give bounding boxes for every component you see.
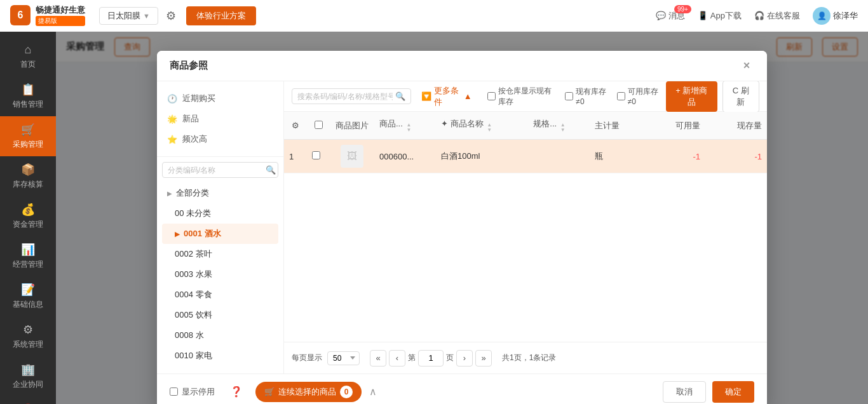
sidebar-item-system[interactable]: ⚙ 系统管理 xyxy=(0,316,56,356)
sidebar-item-operation[interactable]: 📊 经营管理 xyxy=(0,236,56,276)
message-count: 99+ xyxy=(674,5,691,13)
sidebar-item-inventory[interactable]: 📦 库存核算 xyxy=(0,156,56,196)
cat-0001[interactable]: ▶ 0001 酒水 xyxy=(162,224,278,244)
user-avatar: 👤 xyxy=(813,7,831,25)
cat-all-label: 全部分类 xyxy=(176,187,209,199)
category-search-icon[interactable]: 🔍 xyxy=(266,165,276,175)
row-spec xyxy=(528,140,590,173)
cancel-btn[interactable]: 取消 xyxy=(663,381,706,403)
continuous-select-btn[interactable]: 🛒 连续选择的商品 0 xyxy=(255,382,362,402)
cat-00[interactable]: 00 未分类 xyxy=(162,203,278,224)
next-page-btn[interactable]: › xyxy=(456,350,473,367)
page-label: 页 xyxy=(446,353,454,363)
select-all-checkbox[interactable] xyxy=(315,121,323,129)
product-search-icon[interactable]: 🔍 xyxy=(395,91,405,101)
stock-ne-label: 现有库存≠0 xyxy=(576,86,609,106)
pagination: 每页显示 50 10 20 100 « ‹ 第 xyxy=(284,342,767,374)
page-input[interactable] xyxy=(418,350,444,367)
cat-0008[interactable]: 0008 水 xyxy=(162,325,278,346)
th-avail[interactable]: 可用量 xyxy=(644,112,705,140)
footer-expand-icon[interactable]: ∧ xyxy=(369,386,377,398)
row-check[interactable] xyxy=(307,140,330,173)
settings-icon[interactable]: ⚙ xyxy=(166,9,176,23)
sidebar-item-basic[interactable]: 📝 基础信息 xyxy=(0,276,56,316)
show-disabled-input[interactable] xyxy=(170,387,178,396)
system-icon: ⚙ xyxy=(23,323,33,337)
th-unit[interactable]: 主计量 xyxy=(590,112,644,140)
row-checkbox[interactable] xyxy=(312,151,320,159)
cat-0005[interactable]: 0005 饮料 xyxy=(162,305,278,325)
cat-0002[interactable]: 0002 茶叶 xyxy=(162,244,278,264)
service-icon: 🎧 xyxy=(754,11,764,20)
sidebar-label-sales: 销售管理 xyxy=(13,99,43,110)
table-row[interactable]: 1 🖼 xyxy=(284,140,767,173)
filter-checkboxes: 按仓库显示现有库存 现有库存≠0 可用库存≠0 xyxy=(487,86,661,107)
stock-ne-checkbox[interactable]: 现有库存≠0 xyxy=(565,86,609,106)
modal-close-btn[interactable]: × xyxy=(739,58,754,74)
sidebar-item-home[interactable]: ⌂ 首页 xyxy=(0,37,56,76)
sales-icon: 📋 xyxy=(21,83,35,97)
store-selector[interactable]: 日太阳膜 ▼ xyxy=(99,7,158,25)
sidebar-item-sales[interactable]: 📋 销售管理 xyxy=(0,76,56,116)
th-spec[interactable]: 规格... ▲▼ xyxy=(528,112,590,140)
toolbar-right: + 新增商品 C 刷新 xyxy=(666,81,759,112)
th-stock[interactable]: 现存量 xyxy=(705,112,767,140)
basic-icon: 📝 xyxy=(21,283,35,297)
prev-page-btn[interactable]: ‹ xyxy=(389,350,405,367)
page-total: 共1页，1条记录 xyxy=(502,353,556,363)
code-sort-icon: ▲▼ xyxy=(406,123,411,133)
name-sort-icon: ▲▼ xyxy=(487,123,492,133)
cat-all[interactable]: ▶ 全部分类 xyxy=(162,183,278,203)
sidebar-item-guide[interactable]: 🎯 新手引导 xyxy=(0,396,56,404)
category-search-input[interactable] xyxy=(168,166,263,175)
th-code[interactable]: 商品... ▲▼ xyxy=(374,112,436,140)
experience-btn[interactable]: 体验行业方案 xyxy=(186,6,256,25)
first-page-btn[interactable]: « xyxy=(370,350,386,367)
avail-ne-checkbox[interactable]: 可用库存≠0 xyxy=(617,86,661,106)
cat-0004[interactable]: 0004 零食 xyxy=(162,285,278,305)
product-search-input[interactable] xyxy=(297,92,393,101)
quick-frequent[interactable]: ⭐ 频次高 xyxy=(162,130,278,149)
sidebar-label-purchase: 采购管理 xyxy=(13,139,43,150)
th-check[interactable] xyxy=(307,112,330,140)
service-label: 在线客服 xyxy=(767,10,800,22)
more-filter-btn[interactable]: 🔽 更多条件 ▲ xyxy=(416,83,477,111)
new-icon: 🌟 xyxy=(167,114,177,124)
quick-recent[interactable]: 🕐 近期购买 xyxy=(162,89,278,108)
cat-0003[interactable]: 0003 水果 xyxy=(162,264,278,285)
online-service-btn[interactable]: 🎧 在线客服 xyxy=(754,10,800,22)
quick-new[interactable]: 🌟 新品 xyxy=(162,109,278,128)
sidebar-label-finance: 资金管理 xyxy=(13,219,43,230)
app-download-btn[interactable]: 📱 App下载 xyxy=(698,10,742,22)
sidebar-item-purchase[interactable]: 🛒 采购管理 xyxy=(0,116,56,156)
cart-label: 连续选择的商品 xyxy=(278,386,336,398)
message-btn[interactable]: 💬 消息 99+ xyxy=(656,10,685,22)
show-disabled-checkbox[interactable]: 显示停用 xyxy=(170,386,215,398)
sidebar-item-finance[interactable]: 💰 资金管理 xyxy=(0,196,56,236)
sidebar-label-enterprise: 企业协同 xyxy=(13,379,43,390)
add-product-btn[interactable]: + 新增商品 xyxy=(666,81,717,112)
th-name[interactable]: ✦ 商品名称 ▲▼ xyxy=(436,112,528,140)
cat-0005-label: 0005 饮料 xyxy=(175,309,212,321)
sidebar-label-operation: 经营管理 xyxy=(13,259,43,270)
modal-body: 🕐 近期购买 🌟 新品 ⭐ 频次高 xyxy=(157,81,767,374)
cat-0010[interactable]: 0010 家电 xyxy=(162,346,278,366)
th-gear[interactable]: ⚙ xyxy=(284,112,307,140)
avail-ne-input[interactable] xyxy=(617,92,625,100)
warehouse-display-input[interactable] xyxy=(487,92,496,100)
product-image: 🖼 xyxy=(341,145,363,168)
warehouse-display-checkbox[interactable]: 按仓库显示现有库存 xyxy=(487,86,558,107)
store-arrow-icon: ▼ xyxy=(143,12,150,20)
user-menu[interactable]: 👤 徐泽华 xyxy=(813,7,858,25)
sidebar-item-enterprise[interactable]: 🏢 企业协同 xyxy=(0,356,56,396)
table-body: 1 🖼 xyxy=(284,140,767,173)
help-icon[interactable]: ❓ xyxy=(230,386,243,398)
refresh-btn[interactable]: C 刷新 xyxy=(722,81,759,112)
row-code: 000600... xyxy=(374,140,436,173)
last-page-btn[interactable]: » xyxy=(475,350,492,367)
stock-ne-input[interactable] xyxy=(565,92,573,100)
product-search-box: 🔍 xyxy=(292,88,411,104)
confirm-btn[interactable]: 确定 xyxy=(712,381,754,403)
page-size-select[interactable]: 50 10 20 100 xyxy=(327,351,360,365)
cart-count: 0 xyxy=(340,386,353,398)
